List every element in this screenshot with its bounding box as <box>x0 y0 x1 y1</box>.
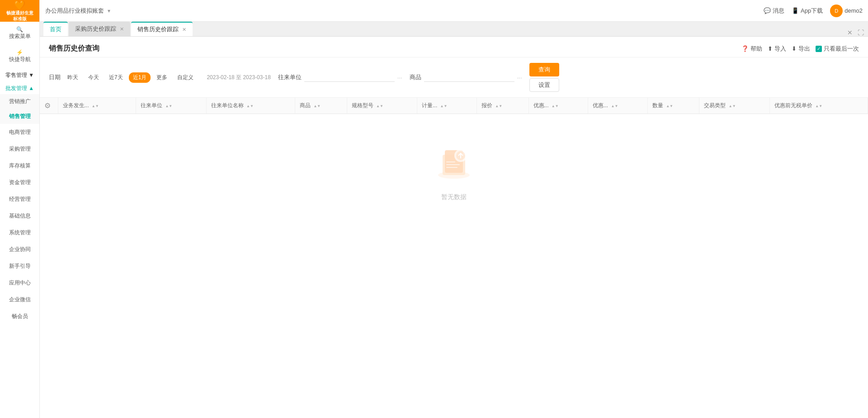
date-btn-custom[interactable]: 自定义 <box>173 72 198 83</box>
partner-input[interactable] <box>304 73 395 82</box>
sidebar-inventory-label: 库存核算 <box>9 162 31 169</box>
help-label: 帮助 <box>750 45 762 53</box>
sidebar-item-inventory[interactable]: 库存核算 <box>0 157 39 174</box>
sidebar-item-member[interactable]: 畅会员 <box>0 308 39 325</box>
import-icon: ⬆ <box>768 45 773 52</box>
sidebar-item-purchase[interactable]: 采购管理 <box>0 141 39 157</box>
sidebar-wholesale-sub: 营销推广 销售管理 <box>0 94 39 124</box>
sidebar-item-wechat[interactable]: 企业微信 <box>0 291 39 308</box>
only-last-wrap[interactable]: ✓ 只看最后一次 <box>816 45 859 53</box>
settings-button[interactable]: 设置 <box>529 78 559 92</box>
date-buttons: 昨天 今天 近7天 近1月 更多 自定义 <box>63 72 198 83</box>
sort-date-icon: ▲▼ <box>92 104 99 108</box>
col-trade-type[interactable]: 交易类型 ▲▼ <box>699 98 770 114</box>
message-btn[interactable]: 💬 消息 <box>764 7 784 15</box>
goods-label: 商品 <box>410 73 421 81</box>
sidebar-item-basicinfo[interactable]: 基础信息 <box>0 208 39 224</box>
goods-input[interactable] <box>424 73 514 82</box>
sidebar-marketing-label: 营销推广 <box>9 98 31 104</box>
col-spec[interactable]: 规格型号 ▲▼ <box>347 98 417 114</box>
col-pretax-price[interactable]: 优惠前无税单价 ▲▼ <box>769 98 868 114</box>
gear-icon[interactable]: ⚙ <box>44 102 51 109</box>
col-price[interactable]: 报价 ▲▼ <box>476 98 528 114</box>
col-qty[interactable]: 数量 ▲▼ <box>647 98 699 114</box>
only-last-label: 只看最后一次 <box>824 45 859 53</box>
topbar: 办公用品行业模拟账套 ▾ 💬 消息 📱 App下载 D demo2 <box>40 0 868 22</box>
logo-icon: 🧡 <box>14 0 25 10</box>
query-button[interactable]: 查询 <box>529 63 559 76</box>
sidebar-item-retail[interactable]: 零售管理 ▼ <box>0 68 39 81</box>
sidebar-item-wholesale[interactable]: 批发管理 ▲ <box>0 81 39 94</box>
export-label: 导出 <box>798 45 810 53</box>
empty-svg <box>431 141 476 186</box>
tab-sales-history[interactable]: 销售历史价跟踪 ✕ <box>131 22 193 36</box>
sidebar-cooperation-label: 企业协同 <box>9 246 31 252</box>
tab-purchase-history-label: 采购历史价跟踪 <box>75 25 116 33</box>
sidebar-item-appcenter[interactable]: 应用中心 <box>0 275 39 291</box>
date-btn-1month[interactable]: 近1月 <box>129 72 151 83</box>
date-btn-7days[interactable]: 近7天 <box>105 72 127 83</box>
col-partner[interactable]: 往来单位 ▲▼ <box>136 98 207 114</box>
date-btn-yesterday[interactable]: 昨天 <box>63 72 82 83</box>
col-pretax-price-label: 优惠前无税单价 <box>774 102 812 109</box>
partner-dots[interactable]: ··· <box>397 74 402 81</box>
sidebar-item-operations[interactable]: 经营管理 <box>0 191 39 208</box>
topbar-right: 💬 消息 📱 App下载 D demo2 <box>764 5 863 17</box>
topbar-dropdown-icon[interactable]: ▾ <box>108 8 110 14</box>
col-gear: ⚙ <box>40 98 58 114</box>
quicknav-icon: ⚡ <box>16 49 23 56</box>
col-partner-name-label: 往来单位名称 <box>211 102 244 109</box>
main-area: 办公用品行业模拟账套 ▾ 💬 消息 📱 App下载 D demo2 <box>40 0 868 418</box>
sidebar-item-quicknav[interactable]: ⚡ 快捷导航 <box>0 45 39 68</box>
date-label: 日期 <box>49 73 61 81</box>
tab-purchase-close-icon[interactable]: ✕ <box>120 26 124 32</box>
sidebar-item-ecommerce[interactable]: 电商管理 <box>0 124 39 141</box>
sidebar-item-guide[interactable]: 新手引导 <box>0 258 39 275</box>
user-menu[interactable]: D demo2 <box>830 5 863 17</box>
date-btn-today[interactable]: 今天 <box>84 72 103 83</box>
window-maximize-btn[interactable]: ⛶ <box>857 29 864 36</box>
tab-sales-close-icon[interactable]: ✕ <box>182 27 186 33</box>
help-btn[interactable]: ❓ 帮助 <box>741 45 762 53</box>
sidebar-appcenter-label: 应用中心 <box>9 280 31 286</box>
window-close-btn[interactable]: ✕ <box>846 29 854 36</box>
export-btn[interactable]: ⬇ 导出 <box>792 45 810 53</box>
content-area: 销售历史价查询 ❓ 帮助 ⬆ 导入 ⬇ 导出 ✓ 只看最后一次 <box>40 37 868 418</box>
sidebar-item-sales[interactable]: 销售管理 <box>0 109 39 124</box>
logo-text: 畅捷通好生意 <box>6 10 33 16</box>
retail-arrow-icon: ▼ <box>28 72 34 78</box>
only-last-checkbox[interactable]: ✓ <box>816 46 822 52</box>
goods-dots[interactable]: ··· <box>517 74 522 81</box>
sidebar-item-finance[interactable]: 资金管理 <box>0 174 39 191</box>
col-price-label: 报价 <box>481 102 492 109</box>
import-btn[interactable]: ⬆ 导入 <box>768 45 786 53</box>
sidebar-item-marketing[interactable]: 营销推广 <box>0 94 39 109</box>
col-goods[interactable]: 商品 ▲▼ <box>295 98 347 114</box>
sidebar-item-system[interactable]: 系统管理 <box>0 224 39 241</box>
col-discount2[interactable]: 优惠... ▲▼ <box>588 98 648 114</box>
col-partner-name[interactable]: 往来单位名称 ▲▼ <box>206 98 295 114</box>
sort-discount2-icon: ▲▼ <box>611 104 618 108</box>
page-header: 销售历史价查询 ❓ 帮助 ⬆ 导入 ⬇ 导出 ✓ 只看最后一次 <box>40 37 868 57</box>
sidebar-quicknav-label: 快捷导航 <box>9 56 31 62</box>
app-download-btn[interactable]: 📱 App下载 <box>792 7 823 15</box>
date-btn-more[interactable]: 更多 <box>152 72 171 83</box>
tab-purchase-history[interactable]: 采购历史价跟踪 ✕ <box>69 22 130 36</box>
svg-rect-5 <box>446 162 455 162</box>
sort-discount1-icon: ▲▼ <box>552 104 559 108</box>
filter-bar: 日期 昨天 今天 近7天 近1月 更多 自定义 2023-02-18 至 202… <box>40 57 868 98</box>
col-date[interactable]: 业务发生... ▲▼ <box>58 98 136 114</box>
sidebar-item-cooperation[interactable]: 企业协同 <box>0 241 39 258</box>
sort-trade-type-icon: ▲▼ <box>729 104 736 108</box>
export-icon: ⬇ <box>792 45 797 52</box>
col-unit[interactable]: 计量... ▲▼ <box>417 98 477 114</box>
col-discount2-label: 优惠... <box>593 102 608 109</box>
sidebar-item-search[interactable]: 🔍 搜索菜单 <box>0 22 39 45</box>
tab-home[interactable]: 首页 <box>43 22 68 36</box>
sort-spec-icon: ▲▼ <box>376 104 383 108</box>
message-icon: 💬 <box>764 7 771 14</box>
table-header-row: ⚙ 业务发生... ▲▼ 往来单位 ▲▼ 往来单位名称 ▲▼ <box>40 98 868 114</box>
sort-partner-name-icon: ▲▼ <box>246 104 254 108</box>
col-discount1[interactable]: 优惠... ▲▼ <box>528 98 588 114</box>
logo-sub: 标准版 <box>13 16 27 22</box>
